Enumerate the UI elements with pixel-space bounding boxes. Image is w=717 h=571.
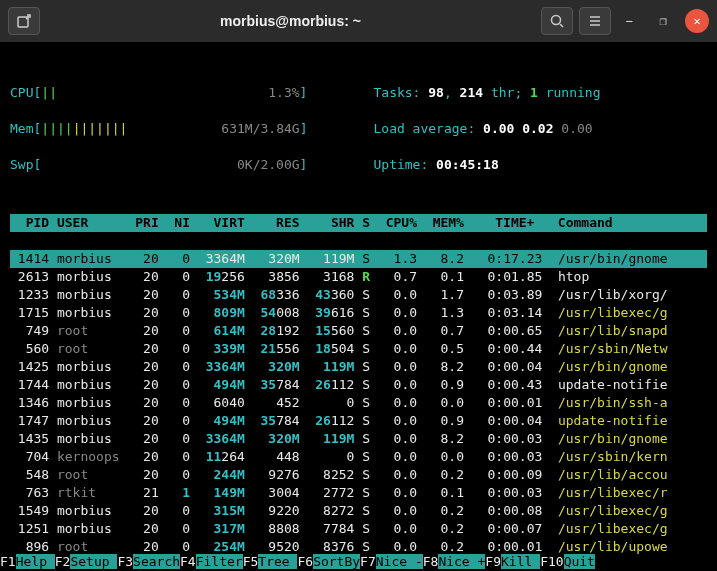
load-5: 0.02: [522, 121, 553, 136]
minimize-button[interactable]: −: [617, 9, 641, 33]
table-row[interactable]: 1346 morbius 20 0 6040 452 0 S 0.0 0.0 0…: [10, 394, 707, 412]
new-tab-button[interactable]: [8, 7, 40, 35]
fkey-label[interactable]: Quit: [564, 554, 595, 569]
meters: CPU[|| 1.3%] Tasks: 98, 214 thr; 1 runni…: [10, 66, 707, 192]
search-button[interactable]: [541, 7, 573, 35]
fkey: F6: [297, 554, 313, 569]
table-row[interactable]: 1414 morbius 20 0 3364M 320M 119M S 1.3 …: [10, 250, 707, 268]
cpu-pct: 1.3%: [268, 85, 299, 100]
new-tab-icon: [16, 13, 32, 29]
mem-val: 631M/3.84G: [221, 121, 299, 136]
table-row[interactable]: 1715 morbius 20 0 809M 54008 39616 S 0.0…: [10, 304, 707, 322]
table-row[interactable]: 749 root 20 0 614M 28192 15560 S 0.0 0.7…: [10, 322, 707, 340]
fkey: F9: [485, 554, 501, 569]
table-row[interactable]: 1233 morbius 20 0 534M 68336 43360 S 0.0…: [10, 286, 707, 304]
tasks-count: 98: [428, 85, 444, 100]
table-row[interactable]: 763 rtkit 21 1 149M 3004 2772 S 0.0 0.1 …: [10, 484, 707, 502]
table-row[interactable]: 548 root 20 0 244M 9276 8252 S 0.0 0.2 0…: [10, 466, 707, 484]
fkey: F8: [423, 554, 439, 569]
table-row[interactable]: 1549 morbius 20 0 315M 9220 8272 S 0.0 0…: [10, 502, 707, 520]
process-header[interactable]: PID USER PRI NI VIRT RES SHR S CPU% MEM%…: [10, 214, 707, 232]
fkey-label[interactable]: SortBy: [313, 554, 360, 569]
table-row[interactable]: 1744 morbius 20 0 494M 35784 26112 S 0.0…: [10, 376, 707, 394]
fkey-label[interactable]: Filter: [196, 554, 243, 569]
fkey: F10: [540, 554, 563, 569]
table-row[interactable]: 1435 morbius 20 0 3364M 320M 119M S 0.0 …: [10, 430, 707, 448]
swp-label: Swp: [10, 157, 33, 172]
window-titlebar: morbius@morbius: ~ − ❐ ✕: [0, 0, 717, 42]
threads-count: 214: [460, 85, 483, 100]
fkey: F3: [117, 554, 133, 569]
maximize-button[interactable]: ❐: [651, 9, 675, 33]
search-icon: [549, 13, 565, 29]
fkey: F1: [0, 554, 16, 569]
swp-val: 0K/2.00G: [237, 157, 300, 172]
fkey: F7: [360, 554, 376, 569]
fkey-label[interactable]: Nice +: [438, 554, 485, 569]
menu-button[interactable]: [579, 7, 611, 35]
running-count: 1: [530, 85, 538, 100]
fkey-label[interactable]: Kill: [501, 554, 540, 569]
function-bar[interactable]: F1Help F2Setup F3SearchF4FilterF5Tree F6…: [0, 554, 717, 571]
process-list[interactable]: 1414 morbius 20 0 3364M 320M 119M S 1.3 …: [10, 250, 707, 571]
table-row[interactable]: 1747 morbius 20 0 494M 35784 26112 S 0.0…: [10, 412, 707, 430]
fkey-label[interactable]: Tree: [258, 554, 297, 569]
mem-label: Mem: [10, 121, 33, 136]
terminal[interactable]: CPU[|| 1.3%] Tasks: 98, 214 thr; 1 runni…: [0, 42, 717, 571]
table-row[interactable]: 1425 morbius 20 0 3364M 320M 119M S 0.0 …: [10, 358, 707, 376]
fkey: F2: [55, 554, 71, 569]
uptime: 00:45:18: [436, 157, 499, 172]
load-15: 0.00: [561, 121, 592, 136]
table-row[interactable]: 1251 morbius 20 0 317M 8808 7784 S 0.0 0…: [10, 520, 707, 538]
fkey: F4: [180, 554, 196, 569]
close-button[interactable]: ✕: [685, 9, 709, 33]
fkey-label[interactable]: Search: [133, 554, 180, 569]
table-row[interactable]: 560 root 20 0 339M 21556 18504 S 0.0 0.5…: [10, 340, 707, 358]
fkey-label[interactable]: Nice -: [376, 554, 423, 569]
fkey-label[interactable]: Help: [16, 554, 55, 569]
window-title: morbius@morbius: ~: [46, 13, 535, 29]
menu-icon: [587, 13, 603, 29]
fkey-label[interactable]: Setup: [70, 554, 117, 569]
svg-point-1: [552, 16, 561, 25]
load-1: 0.00: [483, 121, 514, 136]
table-row[interactable]: 704 kernoops 20 0 11264 448 0 S 0.0 0.0 …: [10, 448, 707, 466]
cpu-label: CPU: [10, 85, 33, 100]
fkey: F5: [243, 554, 259, 569]
table-row[interactable]: 2613 morbius 20 0 19256 3856 3168 R 0.7 …: [10, 268, 707, 286]
